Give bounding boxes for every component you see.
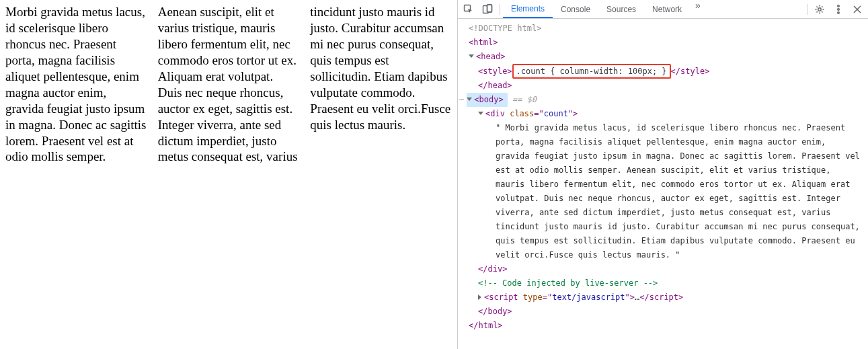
dom-tree[interactable]: <!DOCTYPE html> <html> <head> <style>.co… [458,19,868,349]
dom-body-open[interactable]: ⋯<body> == $0 [458,93,868,107]
paragraph-text: Morbi gravida metus lacus, id scelerisqu… [5,4,452,165]
devtools-tabs: Elements Console Sources Network » [503,0,706,18]
dom-head-open[interactable]: <head> [458,50,868,64]
dom-style[interactable]: <style>.count { column-width: 100px; }</… [458,64,868,79]
toolbar-divider [500,4,500,15]
caret-right-icon[interactable] [478,295,481,300]
dom-script[interactable]: <script type="text/javascript">…</script… [458,290,868,305]
svg-point-6 [838,8,840,10]
dom-comment[interactable]: <!-- Code injected by live-server --> [458,276,868,290]
dom-div-open[interactable]: <div class="count"> [458,107,868,121]
dom-body-close[interactable]: </body> [458,305,868,319]
toolbar-divider [807,4,807,15]
rendered-page: Morbi gravida metus lacus, id scelerisqu… [0,0,457,349]
tab-console[interactable]: Console [553,0,598,18]
devtools-toolbar: Elements Console Sources Network » [458,0,868,19]
svg-point-4 [818,7,821,10]
dom-html-open[interactable]: <html> [458,36,868,50]
style-content-highlight: .count { column-width: 100px; } [512,64,671,79]
svg-point-7 [838,11,840,13]
svg-point-5 [838,5,840,7]
devtools-panel: Elements Console Sources Network » <!DOC… [457,0,868,349]
kebab-menu-icon[interactable] [829,1,848,18]
close-icon[interactable] [848,1,867,18]
tab-network[interactable]: Network [644,0,690,18]
tab-sources[interactable]: Sources [598,0,644,18]
dom-head-close[interactable]: </head> [458,79,868,93]
dom-div-close[interactable]: </div> [458,262,868,276]
selection-dots-icon: ⋯ [458,93,467,107]
device-toggle-icon[interactable] [478,1,497,18]
svg-rect-2 [487,5,492,12]
settings-icon[interactable] [810,1,829,18]
dom-html-close[interactable]: </html> [458,319,868,333]
tab-elements[interactable]: Elements [503,0,553,18]
dom-doctype[interactable]: <!DOCTYPE html> [458,22,868,36]
caret-down-icon[interactable] [478,112,483,115]
tabs-overflow-icon[interactable]: » [690,0,706,18]
caret-down-icon[interactable] [467,98,472,101]
inspect-icon[interactable] [459,1,478,18]
caret-down-icon[interactable] [469,54,474,58]
dom-text-node[interactable]: " Morbi gravida metus lacus, id sceleris… [458,121,868,262]
